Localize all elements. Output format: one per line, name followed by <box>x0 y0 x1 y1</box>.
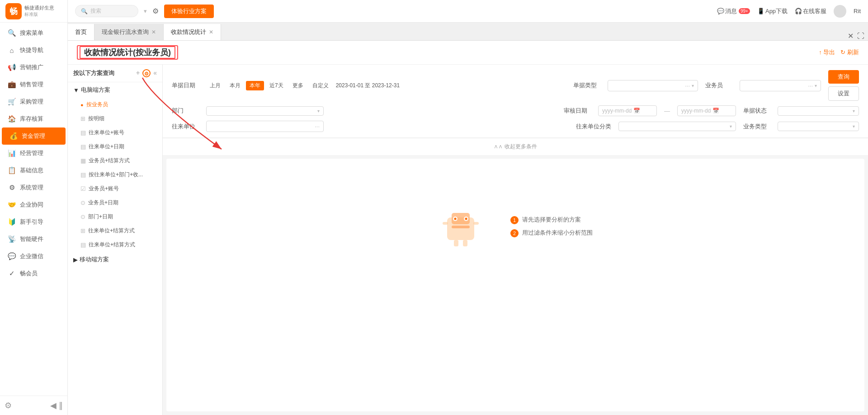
sidebar-item-hardware[interactable]: 📡 智能硬件 <box>0 231 67 248</box>
sidebar-item-guide[interactable]: 🔰 新手引导 <box>0 213 67 231</box>
hint-item-1: 1 请先选择要分析的方案 <box>510 216 593 224</box>
scheme-collapse-btn[interactable]: « <box>153 69 157 77</box>
svg-point-5 <box>465 218 467 220</box>
online-service[interactable]: 🎧 在线客服 <box>795 7 826 15</box>
date-tab-thisyear[interactable]: 本年 <box>246 81 264 90</box>
sidebar-item-fund[interactable]: 💰 资金管理 <box>2 127 66 145</box>
sidebar-item-operation[interactable]: 📊 经营管理 <box>0 145 67 162</box>
audit-start-input[interactable]: yyyy-mm-dd 📅 <box>598 105 657 116</box>
tab-receivable[interactable]: 收款情况统计 ✕ <box>164 24 221 40</box>
app-download-label: App下载 <box>765 7 788 15</box>
scheme-item-8[interactable]: ⊙ 部门+日期 <box>68 210 162 224</box>
tab-cashbank-close[interactable]: ✕ <box>151 29 156 35</box>
biz-type-select[interactable]: ▾ <box>778 122 859 131</box>
sidebar-item-inventory[interactable]: 🏠 库存核算 <box>0 110 67 127</box>
svg-rect-6 <box>452 226 470 228</box>
export-icon: ↑ <box>819 49 822 56</box>
scheme-panel: 按以下方案查询 + ⚙ « ▼ 电脑端方案 <box>68 65 163 415</box>
sidebar-item-quicknav-label: 快捷导航 <box>20 46 43 54</box>
scheme-item-0[interactable]: ● 按业务员 <box>68 98 162 112</box>
user-name: Rit <box>854 8 861 14</box>
partner-select[interactable]: ··· <box>206 121 324 132</box>
sidebar-item-search[interactable]: 🔍 搜索菜单 <box>0 24 67 42</box>
sidebar-item-system-label: 系统管理 <box>20 184 43 192</box>
scheme-item-2[interactable]: ▤ 往来单位+账号 <box>68 126 162 140</box>
tab-maximize[interactable]: ⛶ <box>857 32 864 40</box>
dropdown-arrow[interactable]: ▾ <box>144 8 147 14</box>
doc-status-select[interactable]: ▾ <box>778 106 859 116</box>
sidebar-item-wechat[interactable]: 💬 企业微信 <box>0 248 67 265</box>
date-tab-lastmonth[interactable]: 上月 <box>206 81 224 90</box>
scheme-add-btn[interactable]: + <box>136 69 140 77</box>
scheme-item-2-label: 往来单位+账号 <box>89 129 124 137</box>
scheme-item-7[interactable]: ⊙ 业务员+日期 <box>68 196 162 210</box>
date-tab-7days[interactable]: 近7天 <box>266 81 287 90</box>
doc-type-select[interactable]: ··· ▾ <box>608 80 698 91</box>
sidebar-item-basic[interactable]: 📋 基础信息 <box>0 162 67 179</box>
collapse-sidebar-btn[interactable]: ◀ ‖ <box>50 401 63 410</box>
logo-area: 畅 畅捷通好生意 标准版 <box>0 0 67 23</box>
sidebar-item-purchase[interactable]: 🛒 采购管理 <box>0 93 67 110</box>
salesperson-ellipsis[interactable]: ··· <box>808 82 813 89</box>
sidebar-item-hardware-label: 智能硬件 <box>20 235 43 243</box>
refresh-btn[interactable]: ↻ 刷新 <box>840 48 859 57</box>
group-collapse-icon: ▶ <box>73 256 78 263</box>
dept-select[interactable]: ▾ <box>206 106 324 116</box>
export-btn[interactable]: ↑ 导出 <box>819 48 835 57</box>
query-btn[interactable]: 查询 <box>828 70 859 84</box>
sidebar-item-system[interactable]: ⚙ 系统管理 <box>0 179 67 196</box>
header-search[interactable]: 🔍 搜索 <box>75 5 138 17</box>
scheme-item-3[interactable]: ▤ 往来单位+日期 <box>68 140 162 154</box>
date-tab-custom[interactable]: 自定义 <box>309 81 332 90</box>
salesperson-select[interactable]: ··· ▾ <box>740 80 821 91</box>
date-range-display: 2023-01-01 至 2023-12-31 <box>336 82 400 90</box>
export-label: 导出 <box>823 49 835 56</box>
scheme-item-4[interactable]: ▦ 业务员+结算方式 <box>68 154 162 168</box>
tab-close-all[interactable]: ✕ <box>848 32 854 40</box>
scheme-item-5[interactable]: ▤ 按往来单位+部门+收... <box>68 168 162 182</box>
doc-type-label: 单据类型 <box>573 81 600 90</box>
date-tabs: 上月 本月 本年 近7天 更多 自定义 2023-01-01 至 2023-12… <box>206 81 400 90</box>
item-icon-4: ▦ <box>80 157 86 164</box>
page-header: 收款情况统计(按业务员) ↑ 导出 ↻ 刷新 <box>68 41 868 65</box>
scheme-item-9[interactable]: ⊞ 往来单位+结算方式 <box>68 224 162 238</box>
scheme-setting-btn[interactable]: ⚙ <box>142 69 151 77</box>
partner-ellipsis[interactable]: ··· <box>315 123 320 130</box>
app-download[interactable]: 📱 App下载 <box>757 7 788 15</box>
scheme-item-10[interactable]: ▤ 往来单位+结算方式 <box>68 238 162 252</box>
settings-icon[interactable]: ⚙ <box>5 401 12 410</box>
partner-cat-select[interactable]: ▾ <box>618 122 736 131</box>
sidebar-item-wechat-label: 企业微信 <box>20 252 43 260</box>
message-area[interactable]: 💬 消息 99+ <box>717 7 750 15</box>
scheme-item-6[interactable]: ☑ 业务员+账号 <box>68 182 162 196</box>
sidebar-item-quicknav[interactable]: ⌂ 快捷导航 <box>0 42 67 59</box>
date-separator: — <box>664 108 670 114</box>
inventory-icon: 🏠 <box>7 115 16 123</box>
item-icon-0: ● <box>80 102 84 108</box>
sidebar-item-vip[interactable]: ✓ 畅会员 <box>0 265 67 282</box>
system-icon: ⚙ <box>7 184 16 192</box>
trial-btn[interactable]: 体验行业方案 <box>164 5 214 18</box>
calendar-end-icon: 📅 <box>712 108 719 114</box>
gear-icon[interactable]: ⚙ <box>152 7 159 15</box>
date-tab-more[interactable]: 更多 <box>289 81 307 90</box>
setting-btn[interactable]: 设置 <box>828 86 859 101</box>
sidebar-item-marketing[interactable]: 📢 营销推广 <box>0 59 67 76</box>
tab-home[interactable]: 首页 <box>68 24 94 40</box>
scheme-group-mobile-title[interactable]: ▶ 移动端方案 <box>68 252 162 267</box>
item-icon-7: ⊙ <box>80 199 85 206</box>
salesperson-chevron: ▾ <box>815 83 817 88</box>
scheme-group-desktop-title[interactable]: ▼ 电脑端方案 <box>68 82 162 98</box>
date-tab-thismonth[interactable]: 本月 <box>226 81 244 90</box>
dept-chevron: ▾ <box>317 108 320 113</box>
doc-type-ellipsis[interactable]: ··· <box>685 82 690 89</box>
user-avatar[interactable] <box>834 5 846 18</box>
scheme-item-1[interactable]: ⊞ 按明细 <box>68 112 162 126</box>
sidebar-item-enterprise[interactable]: 🤝 企业协同 <box>0 196 67 213</box>
sidebar-item-operation-label: 经营管理 <box>20 149 43 157</box>
collapse-bar[interactable]: ∧∧ 收起更多条件 <box>163 138 868 155</box>
tab-cashbank[interactable]: 现金银行流水查询 ✕ <box>94 24 164 40</box>
audit-end-input[interactable]: yyyy-mm-dd 📅 <box>677 105 736 116</box>
sidebar-item-sales[interactable]: 💼 销售管理 <box>0 76 67 93</box>
tab-receivable-close[interactable]: ✕ <box>209 29 213 35</box>
